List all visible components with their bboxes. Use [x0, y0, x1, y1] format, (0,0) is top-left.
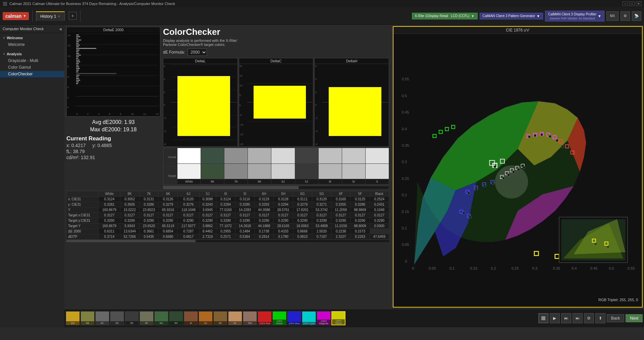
table-row: Target x:CIE310.31270.31270.31270.31270.…	[67, 213, 389, 218]
settings2-button[interactable]: ⚙	[584, 313, 594, 323]
table-cell: 0.3290	[199, 218, 216, 223]
device1-button[interactable]: X-Rite i1Display Retail LCD (CCFL) ▼	[412, 13, 478, 19]
chart-scrollbar[interactable]	[163, 186, 389, 189]
mix-button[interactable]: MX	[606, 11, 619, 21]
logo-area[interactable]: calman ▼	[3, 12, 29, 20]
chip-9d[interactable]: 9D	[110, 311, 124, 325]
table-cell: 0.3279	[159, 202, 178, 207]
table-cell: 0.3276	[178, 202, 199, 207]
swatch-6i-target	[319, 163, 342, 179]
chip-cyan[interactable]: 100% Cyan	[302, 311, 316, 325]
chip-8m[interactable]: 8M	[66, 311, 80, 325]
add-tab-button[interactable]: +	[69, 12, 77, 20]
maximize-button[interactable]: □	[629, 1, 635, 6]
sidebar-item-color-gamut[interactable]: Color Gamut	[0, 64, 64, 71]
tab-close-icon[interactable]: ✕	[58, 15, 60, 18]
broadcast-button[interactable]: 📡	[632, 11, 641, 21]
sidebar-item-grayscale[interactable]: Grayscale - Multi	[0, 57, 64, 64]
chip-9e[interactable]: 9E	[125, 311, 139, 325]
settings-button[interactable]: ⚙	[621, 11, 630, 21]
table-cell: 0.3124	[216, 197, 235, 202]
sidebar-analysis-header[interactable]: ▼ Analysis	[0, 51, 64, 57]
chip-9b[interactable]: 9B	[80, 311, 95, 325]
history-tab[interactable]: History 1 ✕	[36, 11, 64, 21]
back-button[interactable]: Back	[607, 314, 625, 322]
fast-forward-button[interactable]: ⏭	[561, 313, 571, 323]
table-cell: 0.7287	[178, 229, 199, 234]
main-area: Computer Monitor Check ◀ ▼ Welcome Welco…	[0, 25, 644, 327]
table-cell: 14.2618	[235, 223, 254, 229]
swatch-8k-label: 8K	[201, 179, 224, 184]
chip-9j[interactable]: 9J	[199, 311, 213, 325]
table-cell: 0.3127	[255, 213, 274, 218]
data-table-section: White 8K 7K 6K 6J 5J 6I 5I 6H	[66, 191, 389, 307]
cie-title: CIE 1976 u'v'	[393, 27, 642, 34]
chip-9c[interactable]: 9C	[95, 311, 109, 325]
table-scroll-area[interactable]: White 8K 7K 6K 6J 5J 6I 5I 6H	[66, 191, 389, 240]
x-axis-labels: 02468101214	[76, 113, 159, 116]
chip-9l-label: 9L	[228, 321, 242, 325]
svg-text:0.5: 0.5	[609, 266, 614, 270]
table-header-row: White 8K 7K 6K 6J 5J 6I 5I 6H	[67, 191, 389, 197]
chip-9i[interactable]: 9I	[184, 311, 198, 325]
cc-title-area: ColorChecker Display analysis is perform…	[163, 27, 389, 56]
table-scrollbar[interactable]	[66, 240, 389, 242]
svg-rect-4	[76, 41, 79, 42]
table-cell: 0.2263	[351, 234, 370, 240]
table-cell: 0.3271	[312, 202, 331, 207]
chip-yellow-label: 100% Yellow	[332, 319, 345, 325]
swatch-6j-actual	[271, 148, 294, 163]
chip-9h[interactable]: 9H	[169, 311, 183, 325]
svg-point-100	[561, 145, 564, 147]
chip-8m-label: 8M	[66, 321, 79, 325]
upload-button[interactable]: ⬆	[595, 313, 605, 323]
svg-rect-5	[76, 43, 78, 44]
table-scrollbar-thumb[interactable]	[66, 240, 196, 242]
table-row: Target y:CIE310.32900.32900.32900.32900.…	[67, 218, 389, 223]
table-cell: 13.6344	[120, 229, 139, 234]
dh-y-axis: 6420-2-4-6	[315, 64, 322, 146]
chip-9k[interactable]: 9K	[213, 311, 227, 325]
chip-blue[interactable]: 100% Blue	[287, 311, 301, 325]
stop-button[interactable]	[538, 313, 548, 323]
swatch-6j: 6J	[271, 148, 295, 185]
chip-9f[interactable]: 9F	[140, 311, 154, 325]
deltae-chart-area: 14 12 10 8 6 4 2 0	[67, 32, 160, 116]
swatch-white-actual	[177, 148, 201, 163]
scrollbar-thumb[interactable]	[163, 186, 299, 189]
minimize-button[interactable]: ─	[623, 1, 628, 6]
chip-red[interactable]: 100% Red	[258, 311, 272, 325]
svg-point-62	[495, 165, 528, 199]
svg-rect-20	[76, 68, 80, 69]
sidebar-item-welcome[interactable]: Welcome	[0, 41, 64, 48]
device3-button[interactable]: CalMAN Client 3 Display Profiler Generic…	[545, 11, 604, 21]
sidebar-item-colorchecker[interactable]: ColorChecker	[0, 71, 64, 77]
record-button[interactable]: ▶	[550, 313, 560, 323]
swatch-6k-actual	[248, 148, 271, 163]
chip-yellow[interactable]: 100% Yellow	[331, 311, 345, 325]
chip-9l[interactable]: 9L	[228, 311, 242, 325]
chip-9m[interactable]: 9M	[243, 311, 257, 325]
delta-c-title: DeltaC	[239, 58, 313, 64]
chip-9g[interactable]: 9G	[154, 311, 168, 325]
close-button[interactable]: ✕	[636, 1, 641, 6]
skip-button[interactable]: ⏭	[573, 313, 583, 323]
table-cell: 3.6945	[199, 207, 216, 213]
welcome-expand-icon: ▼	[3, 37, 5, 40]
next-button[interactable]: Next	[626, 314, 643, 322]
max-de-value: Max dE2000: 19.18	[90, 127, 137, 132]
table-cell: 0.3120	[178, 197, 199, 202]
chip-magenta[interactable]: 100% Magenta	[317, 311, 331, 325]
xy-reading: x: 0.4217 y: 0.4865	[66, 143, 160, 148]
logo-dropdown-icon: ▼	[23, 14, 26, 18]
sidebar-welcome-header[interactable]: ▼ Welcome	[0, 35, 64, 41]
svg-text:0.4: 0.4	[572, 266, 577, 270]
dc-yellow-swatch	[254, 86, 306, 119]
titlebar: ⬛ Calman 2021 Calman Ultimate for Busine…	[0, 0, 644, 7]
formula-select[interactable]: 2000 ITP CMC 94	[187, 49, 207, 56]
table-cell: 0.2571	[216, 234, 235, 240]
table-cell: 0.3505	[120, 202, 139, 207]
device2-label: CalMAN Client 3 Pattern Generator	[483, 14, 535, 18]
device2-button[interactable]: CalMAN Client 3 Pattern Generator ▼	[480, 13, 543, 19]
chip-green[interactable]: 100% Green	[272, 311, 286, 325]
